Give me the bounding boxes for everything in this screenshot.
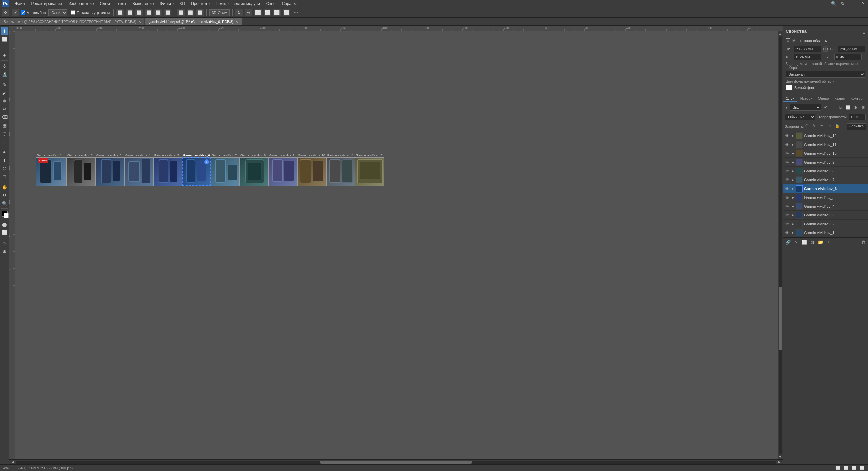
layer-eye-1[interactable]: 👁	[784, 230, 790, 236]
image-thumb-12[interactable]	[355, 157, 384, 186]
layers-link-btn[interactable]: 🔗	[785, 239, 791, 245]
layer-item-6[interactable]: 👁 ▶ Garmin vivid4cv_6	[783, 184, 868, 193]
show-transform-checkbox[interactable]	[71, 10, 75, 15]
tool-path-select[interactable]: ⬡	[1, 165, 8, 172]
transform-icon[interactable]: ⤢	[12, 9, 19, 16]
preset-select[interactable]: Заказная	[786, 71, 865, 78]
tool-dodge[interactable]: ○	[1, 138, 8, 145]
tab-2-close[interactable]: ✕	[235, 20, 238, 24]
panel-tab-character[interactable]: Символ	[865, 95, 868, 102]
tool-healing[interactable]: ✎	[1, 81, 8, 88]
canvas-area[interactable]: Garmin vivid4cv_1 STRIKER	[15, 31, 778, 459]
status-icon-3[interactable]: ⬜	[852, 466, 856, 470]
layer-eye-8[interactable]: 👁	[784, 168, 790, 174]
tab-2[interactable]: garmin vivid 4 cv.psd @ 4% (Garmin vivid…	[145, 18, 242, 25]
horizontal-scrollbar[interactable]: ◄ ►	[9, 459, 783, 464]
blend-mode-select[interactable]: Обычные	[785, 114, 815, 120]
image-thumb-7[interactable]	[211, 157, 240, 186]
layer-arrow-3[interactable]: ▶	[791, 213, 794, 217]
image-thumb-10[interactable]	[297, 157, 326, 186]
tool-quick-mask[interactable]: ⬤	[1, 221, 8, 228]
lock-pixels-btn[interactable]: ✎	[813, 124, 819, 130]
lock-artboard-btn[interactable]: ⊞	[828, 124, 834, 130]
layer-eye-12[interactable]: 👁	[784, 133, 790, 138]
scroll-down-arrow[interactable]: ▼	[779, 455, 782, 459]
auto-select-checkbox[interactable]	[21, 10, 25, 15]
layers-filter-toggle[interactable]: ⊞	[860, 104, 866, 110]
menu-window[interactable]: Окно	[264, 1, 278, 7]
image-thumb-3[interactable]	[96, 157, 124, 186]
tab-1[interactable]: Без имени-1 @ 25% (СОХРАНЕНИЕ ТРЕКОВ И П…	[0, 18, 145, 25]
fill-btn[interactable]: Заливка	[847, 123, 866, 130]
layers-fx-btn[interactable]: fx	[793, 239, 799, 245]
menu-filter[interactable]: Фильтр	[157, 1, 176, 7]
layer-arrow-2[interactable]: ▶	[791, 222, 794, 226]
tool-brush[interactable]: 🖌	[1, 89, 8, 96]
image-thumb-11[interactable]	[326, 157, 355, 186]
layers-filter-smart-icon[interactable]: ◑	[852, 104, 859, 110]
layer-eye-4[interactable]: 👁	[784, 204, 790, 209]
scroll-right-arrow[interactable]: ►	[778, 460, 781, 464]
layer-arrow-4[interactable]: ▶	[791, 205, 794, 208]
scroll-up-arrow[interactable]: ▲	[779, 32, 782, 36]
menu-image[interactable]: Изображение	[65, 1, 97, 7]
x-input[interactable]	[794, 54, 821, 60]
app-icon[interactable]: Ps	[2, 0, 9, 7]
tool-pen[interactable]: ✒	[1, 148, 8, 156]
layer-arrow-11[interactable]: ▶	[791, 143, 794, 146]
tool-history-brush[interactable]: ↩	[1, 105, 8, 113]
tool-screen-mode[interactable]: ⬜	[1, 229, 8, 236]
layers-delete-btn[interactable]: 🗑	[860, 239, 866, 245]
tool-zoom[interactable]: 🔍	[1, 200, 8, 207]
close-btn[interactable]: ✕	[860, 1, 866, 7]
align-top-icon[interactable]: ⬜	[145, 9, 152, 16]
filter-type-icon[interactable]: ▼	[785, 106, 788, 109]
tool-lasso[interactable]: ⌒	[1, 43, 8, 51]
image-thumb-9[interactable]	[269, 157, 297, 186]
tool-3d-rotate[interactable]: ⟳	[1, 239, 8, 247]
panel-tab-layers[interactable]: Слои	[783, 95, 797, 102]
image-thumb-6[interactable]: G	[182, 157, 211, 186]
image-thumb-4[interactable]	[124, 157, 153, 186]
distribute-h-icon[interactable]: ⬜	[177, 9, 185, 16]
tool-move[interactable]: ✛	[1, 27, 8, 35]
maximize-btn[interactable]: □	[853, 1, 859, 7]
layer-eye-9[interactable]: 👁	[784, 159, 790, 165]
tool-rotate-view[interactable]: ↻	[1, 191, 8, 199]
layers-mask-btn[interactable]: ⬜	[801, 239, 807, 245]
lock-position-btn[interactable]: ✛	[820, 124, 826, 130]
layer-arrow-7[interactable]: ▶	[791, 178, 794, 182]
align-right-icon[interactable]: ⬜	[135, 9, 143, 16]
layers-filter-visibility-icon[interactable]: 👁	[823, 104, 829, 110]
panel-tab-actions[interactable]: Опера	[815, 95, 832, 102]
layer-arrow-12[interactable]: ▶	[791, 134, 794, 137]
layer-item-1[interactable]: 👁 ▶ Garmin vivid4cv_1	[783, 228, 868, 237]
menu-3d[interactable]: 3D	[177, 1, 188, 7]
h-input[interactable]	[838, 46, 865, 52]
properties-options-icon[interactable]: ≡	[863, 30, 865, 35]
tool-text[interactable]: T	[1, 156, 8, 164]
layer-arrow-9[interactable]: ▶	[791, 161, 794, 164]
link-icon[interactable]: СО	[823, 46, 828, 52]
menu-edit[interactable]: Редактирование	[28, 1, 65, 7]
tool-gradient[interactable]: ▦	[1, 121, 8, 129]
arrange-icon[interactable]: ⧉	[840, 1, 846, 7]
align-bottom-icon[interactable]: ⬜	[164, 9, 171, 16]
layer-arrow-6[interactable]: ▶	[791, 187, 794, 190]
tool-blur[interactable]: ◌	[1, 130, 8, 137]
layer-eye-5[interactable]: 👁	[784, 195, 790, 200]
layer-arrow-8[interactable]: ▶	[791, 169, 794, 173]
layer-eye-7[interactable]: 👁	[784, 177, 790, 183]
tool-shape[interactable]: □	[1, 173, 8, 180]
bg-color-swatch[interactable]	[786, 85, 792, 90]
w-input[interactable]	[794, 46, 821, 52]
status-icon-4[interactable]: ⬜	[860, 466, 865, 470]
image-thumb-1[interactable]: STRIKER	[36, 157, 67, 186]
layer-eye-10[interactable]: 👁	[784, 151, 790, 156]
layers-group-btn[interactable]: 📁	[817, 239, 824, 245]
align-center-h-icon[interactable]: ⬜	[126, 9, 133, 16]
layer-item-3[interactable]: 👁 ▶ Garmin vivid4cv_3	[783, 211, 868, 220]
tool-crop[interactable]: ⊹	[1, 62, 8, 70]
align-left-icon[interactable]: ⬜	[116, 9, 124, 16]
more-icon-2[interactable]: ⬜	[264, 9, 271, 16]
